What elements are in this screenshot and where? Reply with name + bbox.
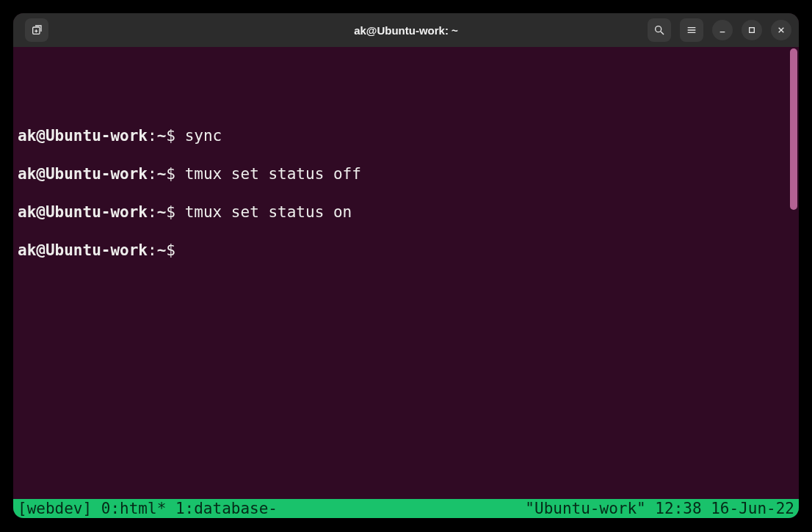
minimize-icon	[717, 24, 728, 36]
maximize-button[interactable]	[742, 20, 762, 40]
terminal-content: ak@Ubuntu-work:~$ sync ak@Ubuntu-work:~$…	[13, 104, 799, 518]
terminal-area[interactable]: ak@Ubuntu-work:~$ sync ak@Ubuntu-work:~$…	[13, 47, 799, 518]
menu-button[interactable]	[680, 18, 703, 42]
new-tab-button[interactable]	[25, 18, 48, 42]
svg-rect-7	[750, 28, 755, 33]
prompt-line: ak@Ubuntu-work:~$ sync	[18, 126, 794, 145]
prompt-line: ak@Ubuntu-work:~$ tmux set status off	[18, 164, 794, 183]
new-tab-icon	[31, 24, 43, 36]
minimize-button[interactable]	[712, 20, 733, 40]
close-button[interactable]	[771, 20, 791, 40]
tmux-status-right: "Ubuntu-work" 12:38 16-Jun-22	[525, 499, 794, 518]
terminal-window: ak@Ubuntu-work: ~ ak@Ubuntu-work:~$ sync…	[13, 13, 799, 518]
svg-line-2	[661, 32, 664, 34]
search-button[interactable]	[648, 18, 671, 42]
hamburger-icon	[686, 24, 697, 36]
close-icon	[775, 24, 787, 36]
command-text: tmux set status on	[185, 203, 352, 221]
search-icon	[653, 24, 665, 36]
svg-point-1	[656, 26, 661, 32]
tmux-status-left: [webdev] 0:html* 1:database-	[18, 499, 278, 518]
prompt-line: ak@Ubuntu-work:~$	[18, 241, 794, 260]
command-text: tmux set status off	[185, 165, 361, 183]
command-text: sync	[185, 127, 222, 145]
maximize-icon	[746, 24, 758, 36]
scrollbar-thumb[interactable]	[790, 48, 797, 210]
titlebar: ak@Ubuntu-work: ~	[13, 13, 799, 47]
tmux-status-bar: [webdev] 0:html* 1:database- "Ubuntu-wor…	[13, 499, 799, 518]
prompt-line: ak@Ubuntu-work:~$ tmux set status on	[18, 203, 794, 222]
